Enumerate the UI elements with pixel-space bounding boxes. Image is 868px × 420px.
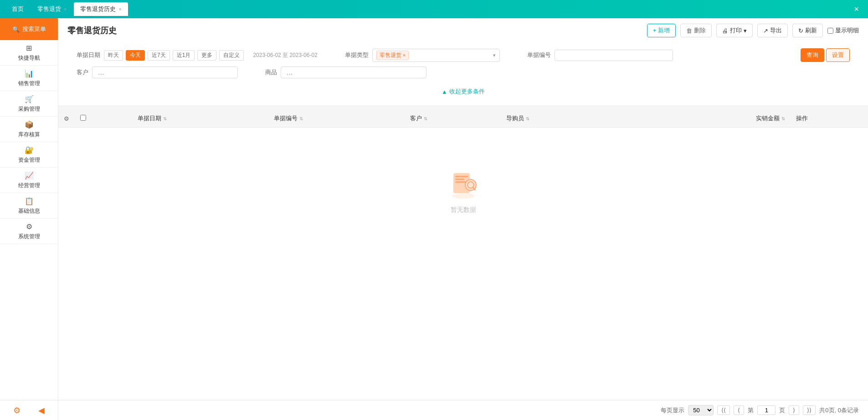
th-spacer bbox=[617, 110, 654, 128]
select-all-checkbox[interactable] bbox=[80, 115, 86, 121]
table-settings-icon[interactable]: ⚙ bbox=[64, 115, 69, 122]
bill-type-filter: 单据类型 零售退货 × ▾ bbox=[345, 49, 500, 62]
sidebar-item-quick-nav[interactable]: ⊞ 快捷导航 bbox=[0, 40, 58, 66]
display-detail-input[interactable] bbox=[827, 28, 833, 34]
bill-type-tag: 零售退货 × bbox=[376, 51, 409, 60]
export-button[interactable]: ↗ 导出 bbox=[757, 24, 788, 37]
last-page-button[interactable]: ⟩⟩ bbox=[803, 405, 816, 415]
next-page-button[interactable]: ⟩ bbox=[789, 405, 799, 415]
sidebar-item-system[interactable]: ⚙ 系统管理 bbox=[0, 219, 58, 244]
date-filter-label: 单据日期 bbox=[77, 51, 100, 59]
display-detail-checkbox[interactable]: 显示明细 bbox=[827, 26, 859, 35]
sidebar-item-inventory[interactable]: 📦 库存核算 bbox=[0, 117, 58, 142]
customer-filter: 客户 ... bbox=[77, 67, 238, 78]
bill-type-label: 单据类型 bbox=[345, 51, 369, 59]
th-customer[interactable]: 客户 ⇅ bbox=[405, 110, 501, 128]
svg-rect-2 bbox=[455, 176, 468, 177]
collapse-section: ▲ 收起更多条件 bbox=[77, 83, 850, 100]
print-dropdown-icon: ▾ bbox=[744, 27, 747, 34]
th-operation: 操作 bbox=[791, 110, 868, 128]
date-more[interactable]: 更多 bbox=[197, 50, 216, 61]
sidebar-item-basic-info[interactable]: 📋 基础信息 bbox=[0, 193, 58, 219]
date-7days[interactable]: 近7天 bbox=[148, 50, 170, 61]
settings-button[interactable]: 设置 bbox=[826, 48, 850, 62]
prev-page-button[interactable]: ⟨ bbox=[734, 405, 744, 415]
page-size-select[interactable]: 50 20 100 bbox=[688, 405, 714, 415]
sidebar-item-label: 系统管理 bbox=[18, 233, 40, 241]
tab-list: 首页 零售退货 × 零售退货历史 × bbox=[5, 2, 850, 16]
empty-icon bbox=[445, 164, 482, 200]
th-amount[interactable]: 实销金额 ⇅ bbox=[654, 110, 791, 128]
date-buttons: 昨天 今天 近7天 近1月 更多 自定义 bbox=[104, 50, 244, 61]
goods-dots[interactable]: ... bbox=[285, 68, 294, 77]
query-button[interactable]: 查询 bbox=[801, 48, 824, 62]
system-icon: ⚙ bbox=[25, 222, 34, 231]
tab-retail-return[interactable]: 零售退货 × bbox=[31, 2, 73, 16]
print-button[interactable]: 🖨 打印 ▾ bbox=[716, 24, 753, 37]
query-actions: 查询 设置 bbox=[801, 48, 850, 62]
sort-amount-icon: ⇅ bbox=[781, 116, 785, 121]
customer-label: 客户 bbox=[77, 68, 88, 77]
date-yesterday[interactable]: 昨天 bbox=[104, 50, 123, 61]
sidebar-item-operation[interactable]: 📈 经营管理 bbox=[0, 168, 58, 193]
th-settings: ⚙ bbox=[58, 110, 75, 128]
sidebar-item-label: 库存核算 bbox=[18, 131, 40, 138]
page-number-input[interactable] bbox=[757, 405, 776, 415]
svg-rect-3 bbox=[455, 179, 464, 180]
date-custom[interactable]: 自定义 bbox=[219, 50, 244, 61]
table-container: ⚙ 单据日期 ⇅ 单据编号 bbox=[58, 110, 868, 400]
sort-date-icon: ⇅ bbox=[163, 116, 167, 121]
data-table: ⚙ 单据日期 ⇅ 单据编号 bbox=[58, 110, 868, 128]
bill-no-filter: 单据编号 bbox=[527, 50, 673, 61]
page-title-row: 零售退货历史 + 新增 🗑 删除 🖨 打印 ▾ ↗ 导出 bbox=[67, 24, 859, 37]
sidebar-search[interactable]: 🔍 搜索菜单 bbox=[0, 18, 58, 40]
sidebar: 🔍 搜索菜单 ⊞ 快捷导航 📊 销售管理 🛒 采购管理 📦 库存核算 🔐 bbox=[0, 18, 58, 420]
quick-nav-icon: ⊞ bbox=[25, 43, 34, 52]
goods-input[interactable]: ... bbox=[281, 67, 426, 78]
th-bill-no[interactable]: 单据编号 ⇅ bbox=[268, 110, 405, 128]
tab-retail-return-history[interactable]: 零售退货历史 × bbox=[74, 2, 128, 16]
new-button[interactable]: + 新增 bbox=[647, 24, 676, 37]
delete-button[interactable]: 🗑 删除 bbox=[680, 24, 712, 37]
tab-home[interactable]: 首页 bbox=[5, 2, 30, 16]
sidebar-item-purchase[interactable]: 🛒 采购管理 bbox=[0, 91, 58, 117]
bill-type-input[interactable]: 零售退货 × ▾ bbox=[372, 49, 500, 62]
content-area: 零售退货历史 + 新增 🗑 删除 🖨 打印 ▾ ↗ 导出 bbox=[58, 18, 868, 420]
delete-icon: 🗑 bbox=[686, 27, 692, 34]
bill-type-tag-close[interactable]: × bbox=[403, 52, 406, 58]
date-1month[interactable]: 近1月 bbox=[173, 50, 195, 61]
date-today[interactable]: 今天 bbox=[126, 50, 145, 61]
th-date[interactable]: 单据日期 ⇅ bbox=[132, 110, 268, 128]
sidebar-item-label: 销售管理 bbox=[18, 80, 40, 87]
customer-input[interactable]: ... bbox=[92, 67, 238, 78]
bill-no-input[interactable] bbox=[555, 50, 673, 61]
search-icon: 🔍 bbox=[12, 26, 20, 33]
first-page-button[interactable]: ⟨⟨ bbox=[717, 405, 730, 415]
sidebar-item-finance[interactable]: 🔐 资金管理 bbox=[0, 142, 58, 168]
svg-point-0 bbox=[452, 193, 475, 199]
sidebar-item-sales[interactable]: 📊 销售管理 bbox=[0, 66, 58, 91]
bill-type-dropdown-icon[interactable]: ▾ bbox=[493, 52, 496, 58]
customer-dots[interactable]: ... bbox=[96, 68, 106, 77]
date-range-text: 2023-06-02 至 2023-06-02 bbox=[253, 51, 317, 59]
tab-close-retail[interactable]: × bbox=[64, 6, 67, 12]
refresh-button[interactable]: ↻ 刷新 bbox=[792, 24, 823, 37]
th-guide[interactable]: 导购员 ⇅ bbox=[501, 110, 617, 128]
filter-row-1: 单据日期 昨天 今天 近7天 近1月 更多 自定义 2023-06-02 至 2… bbox=[77, 48, 850, 62]
collapse-button[interactable]: ▲ 收起更多条件 bbox=[436, 85, 490, 98]
window-close-button[interactable]: × bbox=[850, 5, 863, 14]
collapse-sidebar-icon[interactable]: ◀ bbox=[38, 405, 45, 415]
collapse-icon: ▲ bbox=[442, 88, 447, 95]
svg-rect-4 bbox=[455, 181, 466, 183]
date-filter: 单据日期 昨天 今天 近7天 近1月 更多 自定义 bbox=[77, 50, 244, 61]
sort-guide-icon: ⇅ bbox=[526, 116, 529, 121]
page-word: 第 bbox=[748, 406, 754, 415]
table-header: ⚙ 单据日期 ⇅ 单据编号 bbox=[58, 110, 868, 128]
sales-icon: 📊 bbox=[25, 69, 34, 78]
date-range-display: 2023-06-02 至 2023-06-02 bbox=[253, 51, 317, 59]
tab-close-history[interactable]: × bbox=[118, 6, 121, 12]
refresh-icon: ↻ bbox=[798, 27, 803, 34]
finance-icon: 🔐 bbox=[25, 145, 34, 154]
settings-bottom-icon[interactable]: ⚙ bbox=[13, 405, 21, 415]
filter-row-2: 客户 ... 商品 ... bbox=[77, 67, 850, 78]
